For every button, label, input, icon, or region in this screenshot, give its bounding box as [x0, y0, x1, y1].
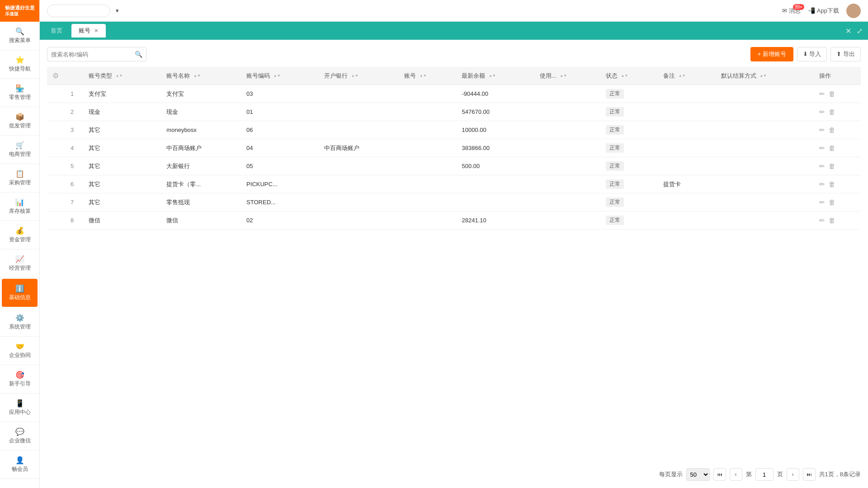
cell-account-name-7: 微信: [161, 211, 241, 230]
delete-button-4[interactable]: 🗑: [829, 162, 835, 170]
cell-account-type-3: 其它: [83, 139, 161, 157]
cell-latest-balance-2: 10000.00: [456, 121, 534, 139]
delete-button-0[interactable]: 🗑: [829, 90, 835, 98]
cell-open-bank-0: [319, 85, 399, 103]
cell-index-2: 3: [65, 121, 83, 139]
sidebar-item-member[interactable]: 👤 畅会员: [0, 450, 39, 479]
col-usage-header[interactable]: 使用... ▲▼: [534, 67, 600, 85]
first-page-button[interactable]: ⏮: [713, 468, 726, 481]
page-label: 第: [746, 470, 752, 479]
sidebar-item-system-mgmt[interactable]: ⚙️ 系统管理: [0, 308, 39, 337]
table-row: 4 其它 中百商场账户 04 中百商场账户 383866.00 正常 ✏ 🗑: [47, 139, 861, 157]
col-status-header[interactable]: 状态 ▲▼: [600, 67, 658, 85]
delete-button-6[interactable]: 🗑: [829, 198, 835, 206]
delete-button-3[interactable]: 🗑: [829, 144, 835, 152]
edit-button-6[interactable]: ✏: [819, 198, 825, 206]
cell-remark-3: [658, 139, 715, 157]
app-download-icon: 📲: [808, 7, 815, 14]
sidebar-item-app-center[interactable]: 📱 应用中心: [0, 394, 39, 422]
last-page-button[interactable]: ⏭: [803, 468, 816, 481]
cell-settings-7: [47, 211, 65, 230]
col-account-type-header[interactable]: 账号类型 ▲▼: [83, 67, 161, 85]
topbar-app-download[interactable]: 📲 App下载: [808, 7, 839, 15]
next-page-button[interactable]: ›: [787, 468, 799, 481]
prev-page-button[interactable]: ‹: [730, 468, 742, 481]
tab-account-close[interactable]: ✕: [94, 28, 99, 34]
cell-settings-3: [47, 139, 65, 157]
col-latest-balance-header[interactable]: 最新余额 ▲▼: [456, 67, 534, 85]
edit-button-4[interactable]: ✏: [819, 162, 825, 170]
topbar-dropdown[interactable]: ▾: [116, 7, 119, 14]
col-settings-header: ⚙: [47, 67, 65, 85]
col-account-name-header[interactable]: 账号名称 ▲▼: [161, 67, 241, 85]
cell-remark-1: [658, 103, 715, 121]
cell-default-settlement-1: [716, 103, 814, 121]
edit-button-2[interactable]: ✏: [819, 126, 825, 134]
tab-expand-icon[interactable]: ⤢: [855, 27, 864, 35]
cell-account-type-0: 支付宝: [83, 85, 161, 103]
cell-usage-7: [534, 211, 600, 230]
edit-button-5[interactable]: ✏: [819, 180, 825, 188]
sidebar-item-new-guide[interactable]: 🎯 新手引导: [0, 365, 39, 394]
edit-button-7[interactable]: ✏: [819, 216, 825, 225]
cell-usage-4: [534, 157, 600, 175]
cell-account-no-4: [399, 157, 456, 175]
tab-close-icon[interactable]: ✕: [844, 27, 853, 35]
export-button[interactable]: ⬆ 导出: [830, 47, 861, 61]
edit-button-3[interactable]: ✏: [819, 144, 825, 152]
col-account-code-header[interactable]: 账号编码 ▲▼: [241, 67, 319, 85]
table-row: 3 其它 moneybosx 06 10000.00 正常 ✏ 🗑: [47, 121, 861, 139]
import-button[interactable]: ⬇ 导入: [797, 47, 827, 61]
topbar-message[interactable]: ✉ 消息 99+: [782, 7, 801, 15]
sidebar-item-purchase-mgmt[interactable]: 📋 采购管理: [0, 164, 39, 192]
page-number-input[interactable]: [755, 468, 774, 481]
sort-icon: ▲▼: [193, 74, 201, 78]
cell-usage-2: [534, 121, 600, 139]
delete-button-2[interactable]: 🗑: [829, 126, 835, 134]
topbar-search-input[interactable]: [47, 5, 110, 17]
sidebar-item-finance-mgmt[interactable]: 💰 资金管理: [0, 221, 39, 249]
col-open-bank-header[interactable]: 开户银行 ▲▼: [319, 67, 399, 85]
tab-home[interactable]: 首页: [43, 24, 70, 38]
col-account-no-header[interactable]: 账号 ▲▼: [399, 67, 456, 85]
table-row: 1 支付宝 支付宝 03 -90444.00 正常 ✏ 🗑: [47, 85, 861, 103]
cell-remark-4: [658, 157, 715, 175]
sidebar-item-wholesale-mgmt[interactable]: 📦 批发管理: [0, 107, 39, 136]
tab-bar: 首页 账号 ✕ ✕ ⤢: [40, 22, 868, 40]
delete-button-7[interactable]: 🗑: [829, 216, 835, 224]
delete-button-1[interactable]: 🗑: [829, 108, 835, 116]
col-default-settlement-header[interactable]: 默认结算方式 ▲▼: [716, 67, 814, 85]
cell-default-settlement-5: [716, 175, 814, 193]
cell-account-code-1: 01: [241, 103, 319, 121]
sidebar-item-basic-info[interactable]: ℹ️ 基础信息: [2, 279, 38, 307]
cell-usage-5: [534, 175, 600, 193]
sidebar-item-inventory-calc[interactable]: 📊 库存核算: [0, 192, 39, 221]
table-settings-icon[interactable]: ⚙: [52, 72, 59, 80]
col-remark-header[interactable]: 备注 ▲▼: [658, 67, 715, 85]
user-avatar[interactable]: [846, 4, 861, 18]
sidebar-item-operation-mgmt[interactable]: 📈 经营管理: [0, 249, 39, 278]
edit-button-1[interactable]: ✏: [819, 108, 825, 116]
per-page-label: 每页显示: [659, 470, 683, 479]
add-account-button[interactable]: + 新增账号: [750, 47, 793, 61]
logo-line1: 畅捷通好生意: [5, 5, 35, 11]
delete-button-5[interactable]: 🗑: [829, 180, 835, 188]
account-search-input[interactable]: [51, 51, 135, 58]
cell-account-type-4: 其它: [83, 157, 161, 175]
cell-settings-2: [47, 121, 65, 139]
member-icon: 👤: [2, 456, 38, 465]
sidebar-item-enterprise-agreement[interactable]: 🤝 企业协同: [0, 337, 39, 365]
edit-button-0[interactable]: ✏: [819, 90, 825, 98]
sidebar-item-enterprise-wechat[interactable]: 💬 企业微信: [0, 422, 39, 450]
sidebar-item-ecommerce-mgmt[interactable]: 🛒 电商管理: [0, 136, 39, 164]
sidebar-item-search-menu[interactable]: 🔍 搜索菜单: [0, 22, 39, 50]
app-center-icon: 📱: [2, 399, 38, 408]
tab-account[interactable]: 账号 ✕: [71, 24, 106, 38]
cell-account-no-5: [399, 175, 456, 193]
sidebar-item-retail-mgmt[interactable]: 🏪 零售管理: [0, 79, 39, 107]
sidebar-item-quick-nav[interactable]: ⭐ 快捷导航: [0, 50, 39, 79]
cell-latest-balance-0: -90444.00: [456, 85, 534, 103]
cell-default-settlement-2: [716, 121, 814, 139]
cell-action-7: ✏ 🗑: [814, 211, 861, 230]
per-page-select[interactable]: 50 20 100: [686, 468, 710, 481]
